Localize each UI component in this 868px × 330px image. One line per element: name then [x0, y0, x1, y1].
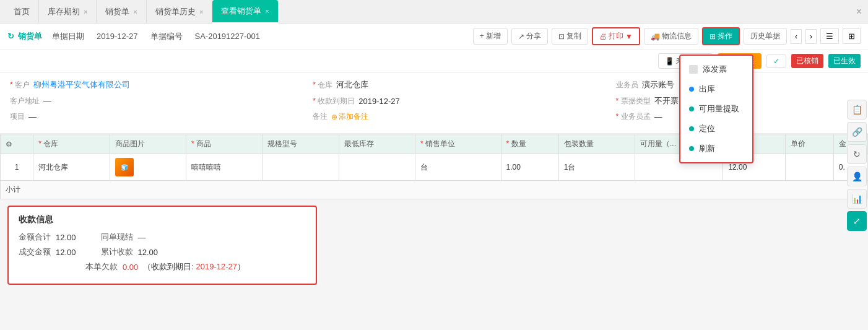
tab-inventory-init[interactable]: 库存期初 ×	[39, 0, 97, 24]
field-cumulative: 累计收款 12.00	[101, 246, 158, 258]
field-same-order: 同单现结 —	[101, 232, 146, 243]
close-view-sales[interactable]: ×	[265, 7, 269, 15]
row-min-stock	[339, 154, 415, 181]
payment-title: 收款信息	[19, 214, 306, 225]
row-no: 1	[1, 154, 33, 181]
share-icon: ↗	[518, 32, 524, 41]
warehouse-label: 仓库	[313, 80, 332, 90]
sidebar-clipboard-icon[interactable]: 📋	[847, 100, 867, 119]
doc-header: ↻ 销货单 单据日期 2019-12-27 单据编号 SA-20191227-0…	[0, 24, 868, 50]
history-button[interactable]: 历史单据	[744, 28, 787, 45]
row-quantity: 1.00	[501, 154, 558, 181]
refresh-dot-icon	[689, 146, 694, 151]
locate-dot-icon	[689, 126, 694, 131]
doc-actions: + 新增 ↗ 分享 ⊡ 复制 🖨 打印 ▼ 🚚 物流信息 ⊞ 操作 历史单据 ‹…	[473, 27, 861, 45]
right-sidebar: 📋 🔗 ↻ 👤 📊 ⤢	[846, 97, 868, 233]
project-label: 项目	[10, 111, 25, 122]
dropdown-available[interactable]: 可用量提取	[680, 99, 752, 119]
ticket-type-label: 票据类型	[616, 96, 651, 106]
dropdown-menu: 添发票 出库 可用量提取 定位 刷新	[679, 54, 753, 163]
doc-title: ↻ 销货单	[7, 31, 42, 42]
amount-total-label: 金额合计	[19, 232, 51, 243]
current-due-value: 0.00	[123, 263, 138, 272]
field-amount-total: 金额合计 12.00	[19, 232, 76, 243]
add-button[interactable]: + 新增	[473, 28, 508, 45]
cumulative-label: 累计收款	[101, 246, 133, 258]
doc-date-label: 单据日期	[52, 31, 84, 42]
doc-meta: 单据日期 2019-12-27 单据编号 SA-20191227-001	[52, 31, 260, 42]
tab-sales-history[interactable]: 销货单历史 ×	[147, 0, 212, 24]
print-icon: 🖨	[599, 32, 607, 41]
deal-amount-value: 12.00	[56, 248, 76, 257]
amount-total-value: 12.00	[56, 233, 76, 242]
sidebar-expand-icon[interactable]: ⤢	[847, 211, 867, 231]
due-date-value: 2019-12-27	[358, 97, 400, 106]
product-image: 🧊	[115, 158, 134, 176]
payment-box: 收款信息 金额合计 12.00 同单现结 — 成交金额 12.00 累计收款 1…	[7, 206, 317, 285]
row-unit-price	[786, 154, 834, 181]
effect-badge: 已生效	[828, 54, 861, 68]
col-gear: ⚙	[1, 134, 33, 154]
col-quantity: 数量	[501, 134, 558, 154]
list-view-button[interactable]: ☰	[820, 28, 839, 44]
col-sales-unit: 销售单位	[415, 134, 501, 154]
check-button[interactable]: ✓	[766, 54, 786, 68]
row-sales-unit: 台	[415, 154, 501, 181]
add-note-button[interactable]: ⊕ 添加备注	[331, 111, 368, 122]
close-sales-order[interactable]: ×	[133, 8, 137, 15]
payment-row-1: 金额合计 12.00 同单现结 —	[19, 232, 306, 243]
phone-icon: 📱	[665, 57, 674, 66]
tab-home[interactable]: 首页	[5, 0, 39, 24]
row-package-qty: 1台	[558, 154, 635, 181]
print-dropdown-icon: ▼	[625, 32, 633, 41]
sidebar-link-icon[interactable]: 🔗	[847, 122, 867, 142]
copy-button[interactable]: ⊡ 复制	[552, 28, 588, 45]
next-button[interactable]: ›	[805, 29, 817, 44]
address-value: —	[43, 97, 51, 106]
close-inventory-init[interactable]: ×	[84, 8, 87, 15]
note-label: 备注	[313, 111, 328, 122]
customer-value[interactable]: 柳州粤港平安气体有限公司	[33, 79, 130, 90]
tab-bar: 首页 库存期初 × 销货单 × 销货单历史 × 查看销货单 × ×	[0, 0, 868, 24]
logistics-icon: 🚚	[651, 32, 660, 41]
dropdown-refresh[interactable]: 刷新	[680, 139, 752, 158]
tab-sales-order[interactable]: 销货单 ×	[97, 0, 146, 24]
payment-row-2: 成交金额 12.00 累计收款 12.00	[19, 246, 306, 258]
tab-view-sales[interactable]: 查看销货单 ×	[212, 0, 278, 24]
close-sales-history[interactable]: ×	[199, 8, 203, 15]
row-warehouse: 河北仓库	[33, 154, 110, 181]
salesperson-value: 演示账号	[642, 79, 674, 90]
deal-amount-label: 成交金额	[19, 246, 51, 258]
same-order-label: 同单现结	[101, 232, 133, 243]
available-dot-icon	[689, 106, 694, 111]
operate-icon: ⊞	[710, 32, 716, 41]
due-note: （收款到期日: 2019-12-27）	[143, 261, 245, 272]
logistics-button[interactable]: 🚚 物流信息	[644, 28, 698, 45]
copy-icon: ⊡	[558, 32, 565, 41]
col-unit-price: 单价	[786, 134, 834, 154]
payment-row-3: 本单欠款 0.00 （收款到期日: 2019-12-27）	[19, 261, 306, 272]
outbound-dot-icon	[689, 87, 694, 92]
sidebar-chart-icon[interactable]: 📊	[847, 189, 867, 209]
close-window-button[interactable]: ×	[856, 6, 862, 17]
prev-button[interactable]: ‹	[791, 29, 802, 44]
due-date-note: 2019-12-27	[196, 262, 238, 271]
field-due-date: 收款到期日 2019-12-27	[313, 96, 615, 106]
ticket-type-value: 不开票	[654, 95, 679, 106]
doc-number-value: SA-20191227-001	[195, 32, 261, 41]
dropdown-locate[interactable]: 定位	[680, 119, 752, 139]
doc-date-value: 2019-12-27	[97, 32, 138, 41]
grid-view-button[interactable]: ⊞	[843, 28, 861, 44]
field-warehouse: 仓库 河北仓库	[313, 79, 615, 90]
print-button[interactable]: 🖨 打印 ▼	[592, 27, 640, 45]
salesperson-label: 业务员	[616, 80, 638, 90]
sidebar-user-icon[interactable]: 👤	[847, 167, 867, 186]
dropdown-add-invoice[interactable]: 添发票	[680, 59, 752, 79]
sidebar-refresh-icon[interactable]: ↻	[847, 144, 867, 164]
add-note-plus-icon: ⊕	[331, 113, 337, 121]
dropdown-outbound[interactable]: 出库	[680, 79, 752, 99]
share-button[interactable]: ↗ 分享	[511, 28, 548, 45]
operate-button[interactable]: ⊞ 操作	[702, 27, 740, 45]
field-current-due: 本单欠款 0.00 （收款到期日: 2019-12-27）	[85, 261, 245, 272]
salesperson2-label: 业务员孟	[616, 111, 651, 122]
